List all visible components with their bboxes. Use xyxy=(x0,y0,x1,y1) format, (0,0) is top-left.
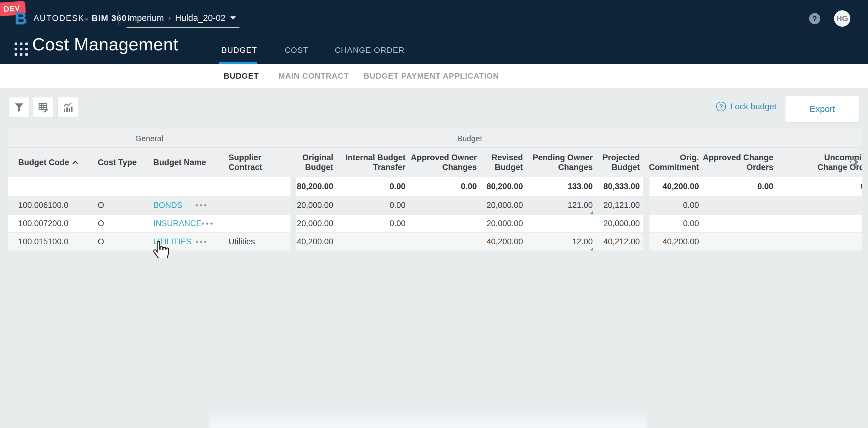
page-title: Cost Management xyxy=(32,34,178,54)
brand-product: BIM 360 xyxy=(92,13,127,23)
cell-revised-budget: 20,000.00 xyxy=(480,215,527,232)
header-budget-name[interactable]: Budget Name xyxy=(138,148,212,177)
cell-revised-budget: 40,200.00 xyxy=(480,233,527,250)
header-orig-commitment[interactable]: Orig. Commitment xyxy=(649,148,703,177)
pending-change-flag-icon xyxy=(590,247,593,250)
header-projected-budget[interactable]: Projected Budget xyxy=(596,148,643,177)
active-tab-indicator xyxy=(219,62,257,64)
cell-original-budget: 20,000.00 xyxy=(296,196,337,214)
pending-value: 121.00 xyxy=(567,201,593,210)
cell-orig-commitment: 40,200.00 xyxy=(649,233,703,250)
cell-pending-owner-changes xyxy=(527,215,596,232)
edit-table-button[interactable] xyxy=(33,97,54,118)
cell-cost-type: O xyxy=(85,233,138,250)
group-budget: Budget xyxy=(296,129,643,148)
column-header-row: Budget Code Cost Type Budget Name Suppli… xyxy=(8,148,862,177)
cell-internal-budget-transfer xyxy=(337,233,409,250)
cell-approved-owner-changes xyxy=(409,196,480,214)
brand-autodesk: AUTODESK xyxy=(33,14,84,23)
export-button[interactable]: Export xyxy=(785,96,859,122)
breadcrumb-separator-icon: › xyxy=(168,13,171,23)
header-supplier-contract[interactable]: Supplier Contract xyxy=(212,148,290,177)
summary-original-budget: 80,200.00 xyxy=(296,177,337,196)
summary-approved-owner-changes: 0.00 xyxy=(409,177,480,196)
header-original-budget[interactable]: Original Budget xyxy=(296,148,337,177)
header-divider xyxy=(118,11,119,25)
header-internal-budget-transfer[interactable]: Internal Budget Transfer xyxy=(337,148,409,177)
cell-internal-budget-transfer: 0.00 xyxy=(337,196,409,214)
cell-cost-type: O xyxy=(85,215,138,232)
header-approved-change-orders[interactable]: Approved Change Orders xyxy=(703,148,777,177)
cell-uncommitted-change-orders xyxy=(777,233,862,250)
row-menu-button[interactable]: ••• xyxy=(195,240,208,243)
cell-uncommitted-change-orders xyxy=(777,215,862,232)
filter-button[interactable] xyxy=(9,97,29,118)
cell-approved-change-orders xyxy=(703,233,777,250)
cell-budget-code: 100.006100.0 xyxy=(8,196,85,214)
table-row[interactable]: 100.006100.0 O BONDS ••• 20,000.00 0.00 … xyxy=(8,196,862,214)
header-cost-type[interactable]: Cost Type xyxy=(85,148,138,177)
apps-grid-icon[interactable] xyxy=(14,42,29,57)
header-pending-owner-changes[interactable]: Pending Owner Changes xyxy=(527,148,596,177)
tab-budget[interactable]: BUDGET xyxy=(222,45,257,55)
cell-internal-budget-transfer: 0.00 xyxy=(337,215,409,232)
tab-change-order[interactable]: CHANGE ORDER xyxy=(335,45,405,55)
summary-projected-budget: 80,333.00 xyxy=(596,177,643,196)
cell-pending-owner-changes: 12.00 xyxy=(527,233,596,250)
cell-projected-budget: 20,121.00 xyxy=(596,196,643,214)
breadcrumb-hub[interactable]: Imperium xyxy=(127,13,164,23)
column-settings-button[interactable] xyxy=(846,156,859,170)
cost-management-page: DEV B AUTODESK®BIM 360™ Imperium › Hulda… xyxy=(0,0,868,428)
cell-orig-commitment: 0.00 xyxy=(649,215,703,232)
lock-budget-label: Lock budget xyxy=(730,102,777,112)
cell-budget-name: BONDS ••• xyxy=(138,196,212,214)
help-button[interactable]: ? xyxy=(809,13,820,24)
cell-projected-budget: 20,000.00 xyxy=(596,215,643,232)
cell-cost-type: O xyxy=(85,196,138,214)
summary-uncommitted-change-orders: 0.00 xyxy=(777,177,862,196)
cell-original-budget: 20,000.00 xyxy=(296,215,337,232)
pending-value: 12.00 xyxy=(572,237,593,246)
breadcrumb-project[interactable]: Hulda_20-02 xyxy=(175,13,225,23)
table-row[interactable]: 100.015100.0 O UTILITIES ••• Utilities 4… xyxy=(8,233,862,250)
content-area: ? Lock budget Export General Budget Budg… xyxy=(0,88,868,428)
breadcrumb[interactable]: Imperium › Hulda_20-02 xyxy=(127,11,240,28)
subtab-main-contract[interactable]: MAIN CONTRACT xyxy=(278,64,349,88)
brand: B AUTODESK®BIM 360™ xyxy=(14,10,132,26)
budget-name-link[interactable]: INSURANCE xyxy=(153,219,202,228)
subtab-budget[interactable]: BUDGET xyxy=(224,64,259,88)
summary-row: 80,200.00 0.00 0.00 80,200.00 133.00 80,… xyxy=(8,177,862,196)
cell-budget-name: INSURANCE ••• xyxy=(138,215,212,232)
header-approved-owner-changes[interactable]: Approved Owner Changes xyxy=(409,148,480,177)
row-menu-button[interactable]: ••• xyxy=(195,204,208,207)
chevron-down-icon xyxy=(230,17,236,20)
registered-mark: ® xyxy=(85,18,89,22)
lock-budget-link[interactable]: ? Lock budget xyxy=(716,102,777,112)
bottom-sheet-shadow xyxy=(209,410,646,428)
header-budget-code[interactable]: Budget Code xyxy=(8,148,85,177)
chart-button[interactable] xyxy=(58,97,78,118)
budget-name-link[interactable]: BONDS xyxy=(153,201,182,210)
bar-chart-icon xyxy=(62,102,73,113)
budget-table: General Budget Budget Code Cost Type Bud… xyxy=(8,129,862,250)
cell-approved-change-orders xyxy=(703,215,777,232)
cell-budget-code: 100.015100.0 xyxy=(8,233,85,250)
tab-cost[interactable]: COST xyxy=(285,45,308,55)
cell-budget-code: 100.007200.0 xyxy=(8,215,85,232)
cell-approved-owner-changes xyxy=(409,215,480,232)
mouse-cursor xyxy=(153,241,169,259)
help-circle-icon: ? xyxy=(716,102,726,112)
top-header: DEV B AUTODESK®BIM 360™ Imperium › Hulda… xyxy=(0,0,868,64)
cell-supplier-contract xyxy=(212,215,290,232)
header-revised-budget[interactable]: Revised Budget xyxy=(480,148,527,177)
cell-original-budget: 40,200.00 xyxy=(296,233,337,250)
cell-supplier-contract xyxy=(212,196,290,214)
cell-supplier-contract: Utilities xyxy=(212,233,290,250)
summary-internal-budget-transfer: 0.00 xyxy=(337,177,409,196)
avatar[interactable]: HG xyxy=(834,10,850,27)
subtab-budget-payment-application[interactable]: BUDGET PAYMENT APPLICATION xyxy=(364,64,499,88)
summary-pending-owner-changes: 133.00 xyxy=(527,177,596,196)
cell-orig-commitment: 0.00 xyxy=(649,196,703,214)
column-group-row: General Budget xyxy=(8,129,862,148)
table-row[interactable]: 100.007200.0 O INSURANCE ••• 20,000.00 0… xyxy=(8,215,862,232)
